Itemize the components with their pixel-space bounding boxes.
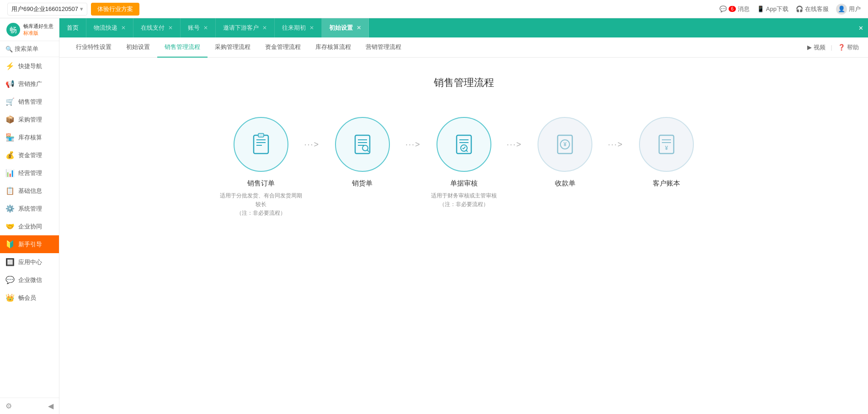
nav-tab-close-logistics[interactable]: ✕ (121, 25, 126, 31)
online-service-button[interactable]: 🎧 在线客服 (796, 5, 829, 13)
flow-content: 销售管理流程 销售订单 适用于分批发货、有合同发货周期较长（注：非必要流程） ·… (59, 58, 868, 236)
nav-tab-label-initial-setup: 初始设置 (329, 24, 353, 32)
sidebar-icon-base-info: 📋 (5, 186, 15, 195)
flow-step-name-customer-ledger: 客户账本 (653, 179, 680, 188)
top-bar: 用户690企业1660120507 ▾ 体验行业方案 💬 6 消息 📱 App下… (0, 0, 868, 18)
user-select[interactable]: 用户690企业1660120507 ▾ (7, 3, 87, 16)
sidebar-item-vip[interactable]: 👑畅会员 (0, 289, 59, 307)
nav-tab-account[interactable]: 账号✕ (181, 18, 216, 37)
sidebar-search[interactable]: 🔍 搜索菜单 (0, 41, 59, 57)
flow-circle-doc-review (437, 117, 491, 172)
sub-tab-initial[interactable]: 初始设置 (119, 37, 157, 58)
sidebar-item-sales-mgmt[interactable]: 🛒销售管理 (0, 93, 59, 111)
settings-icon[interactable]: ⚙ (5, 402, 12, 410)
sidebar-item-corp-wechat[interactable]: 💬企业微信 (0, 271, 59, 289)
trial-button[interactable]: 体验行业方案 (91, 3, 139, 16)
top-bar-left: 用户690企业1660120507 ▾ 体验行业方案 (7, 3, 139, 16)
sidebar-icon-app-center: 🔲 (5, 258, 15, 266)
user-menu[interactable]: 👤 用户 (836, 4, 861, 15)
sidebar-icon-inventory: 🏪 (5, 133, 15, 142)
nav-tab-close-account[interactable]: ✕ (203, 25, 208, 31)
nav-tab-close-invite-downstream[interactable]: ✕ (262, 25, 267, 31)
sidebar-item-base-info[interactable]: 📋基础信息 (0, 182, 59, 200)
flow-arrow-4: ···> (608, 117, 623, 149)
sidebar-logo: 畅 畅库通好生意 标准版 (0, 18, 59, 41)
help-link[interactable]: ❓ 帮助 (838, 43, 859, 52)
page-content: 行业特性设置初始设置销售管理流程采购管理流程资金管理流程库存核算流程营销管理流程… (59, 37, 868, 414)
sidebar-icon-vip: 👑 (5, 293, 15, 302)
flow-circle-sales-invoice (335, 117, 390, 172)
app-download-button[interactable]: 📱 App下载 (757, 5, 788, 13)
sidebar-item-quick-nav[interactable]: ⚡快捷导航 (0, 57, 59, 75)
nav-tabs-end-button[interactable]: ✕ (858, 18, 868, 37)
flow-step-receipt[interactable]: ¥ 收款单 (524, 117, 606, 191)
chevron-down-icon: ▾ (80, 5, 83, 12)
sidebar-icon-purchase-mgmt: 📦 (5, 115, 15, 124)
sub-tab-sales-flow[interactable]: 销售管理流程 (157, 37, 208, 58)
help-label: 帮助 (847, 43, 859, 52)
sidebar-label-ops-mgmt: 经营管理 (18, 169, 42, 177)
nav-tab-close-payment[interactable]: ✕ (168, 25, 173, 31)
sidebar-icon-new-guide: 🔰 (5, 240, 15, 249)
sub-tab-marketing-flow[interactable]: 营销管理流程 (358, 37, 409, 58)
arrow-icon-3: ···> (507, 140, 522, 149)
flow-arrow-1: ···> (304, 117, 320, 149)
sub-tab-purchase-flow[interactable]: 采购管理流程 (208, 37, 258, 58)
sub-tab-industry[interactable]: 行业特性设置 (69, 37, 119, 58)
nav-tab-label-logistics: 物流快递 (94, 24, 117, 32)
nav-tab-initial-setup[interactable]: 初始设置✕ (322, 18, 369, 37)
app-logo-text: 畅库通好生意 标准版 (23, 23, 53, 36)
sidebar-item-corp-collab[interactable]: 🤝企业协同 (0, 218, 59, 235)
nav-tab-label-payment: 在线支付 (141, 24, 165, 32)
app-logo-icon: 畅 (6, 22, 21, 37)
svg-line-19 (463, 147, 465, 149)
sidebar-label-sales-mgmt: 销售管理 (18, 98, 42, 106)
nav-tab-logistics[interactable]: 物流快递✕ (86, 18, 133, 37)
message-badge: 6 (729, 6, 736, 12)
svg-text:¥: ¥ (665, 145, 668, 151)
nav-tabs-bar: 首页物流快递✕在线支付✕账号✕邀请下游客户✕往来期初✕初始设置✕✕ (59, 18, 868, 37)
message-label: 消息 (738, 5, 750, 13)
flow-step-name-doc-review: 单据审核 (450, 179, 478, 188)
flow-step-doc-review[interactable]: 单据审核 适用于财务审核或主管审核（注：非必要流程） (423, 117, 505, 209)
sidebar-item-sys-mgmt[interactable]: ⚙️系统管理 (0, 200, 59, 218)
nav-tab-label-past-initial: 往来期初 (282, 24, 306, 32)
nav-tab-invite-downstream[interactable]: 邀请下游客户✕ (216, 18, 275, 37)
flow-step-customer-ledger[interactable]: ¥ 客户账本 (625, 117, 708, 191)
sub-tab-label-sales-flow: 销售管理流程 (165, 43, 200, 51)
sidebar-label-corp-collab: 企业协同 (18, 223, 42, 231)
flow-arrow-2: ···> (405, 117, 421, 149)
sidebar-item-marketing-promo[interactable]: 📢营销推广 (0, 75, 59, 93)
sidebar-item-inventory[interactable]: 🏪库存核算 (0, 128, 59, 146)
sidebar-label-finance-mgmt: 资金管理 (18, 151, 42, 159)
flow-circle-customer-ledger: ¥ (639, 117, 694, 172)
sub-tab-inventory-flow[interactable]: 库存核算流程 (308, 37, 358, 58)
message-button[interactable]: 💬 6 消息 (719, 5, 750, 13)
flow-step-sales-order[interactable]: 销售订单 适用于分批发货、有合同发货周期较长（注：非必要流程） (220, 117, 302, 218)
sidebar: 畅 畅库通好生意 标准版 🔍 搜索菜单 ⚡快捷导航📢营销推广🛒销售管理📦采购管理… (0, 18, 59, 414)
nav-tab-close-past-initial[interactable]: ✕ (309, 25, 314, 31)
sidebar-item-finance-mgmt[interactable]: 💰资金管理 (0, 146, 59, 164)
arrow-icon-1: ···> (304, 140, 320, 149)
arrow-icon-2: ···> (405, 140, 421, 149)
sub-tabs-right: ▶ 视频 | ❓ 帮助 (807, 43, 859, 52)
nav-tab-payment[interactable]: 在线支付✕ (133, 18, 181, 37)
sub-tab-label-industry: 行业特性设置 (76, 43, 112, 51)
nav-tab-home[interactable]: 首页 (59, 18, 86, 37)
video-label: 视频 (814, 43, 825, 52)
nav-tab-past-initial[interactable]: 往来期初✕ (275, 18, 322, 37)
video-link[interactable]: ▶ 视频 (807, 43, 825, 52)
flow-step-sales-invoice[interactable]: 销货单 (321, 117, 404, 191)
sidebar-item-new-guide[interactable]: 🔰新手引导 (0, 235, 59, 253)
flow-diagram: 销售订单 适用于分批发货、有合同发货周期较长（注：非必要流程） ···> 销货单… (87, 117, 841, 218)
sidebar-item-app-center[interactable]: 🔲应用中心 (0, 253, 59, 271)
nav-tab-close-initial-setup[interactable]: ✕ (357, 25, 361, 31)
sidebar-item-ops-mgmt[interactable]: 📊经营管理 (0, 164, 59, 182)
collapse-icon[interactable]: ◀ (48, 402, 53, 410)
sidebar-icon-marketing-promo: 📢 (5, 80, 15, 88)
sidebar-label-quick-nav: 快捷导航 (18, 62, 42, 70)
search-icon: 🔍 (5, 46, 13, 53)
sidebar-label-sys-mgmt: 系统管理 (18, 205, 42, 213)
sub-tab-finance-flow[interactable]: 资金管理流程 (258, 37, 308, 58)
sidebar-item-purchase-mgmt[interactable]: 📦采购管理 (0, 111, 59, 128)
